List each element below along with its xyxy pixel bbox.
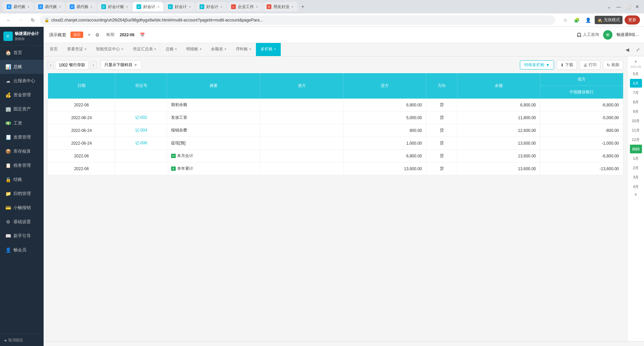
browser-tab-1[interactable]: 易 易代账 ×	[3, 2, 34, 11]
tab-2-close[interactable]: ×	[59, 5, 61, 9]
account-prev-button[interactable]: ‹	[48, 61, 54, 68]
sidebar-item-settings[interactable]: ⚙ 基础设置	[0, 215, 44, 229]
browser-tab-3[interactable]: 易 易代账 ×	[66, 2, 97, 11]
update-button[interactable]: 更新	[625, 15, 640, 24]
collapse-panel-button[interactable]: ◀	[623, 45, 632, 54]
reload-button[interactable]: ↻	[28, 15, 38, 25]
tab-balance[interactable]: 余额表 ×	[206, 43, 231, 56]
tab-6-close[interactable]: ×	[189, 5, 191, 9]
horizontal-scrollbar[interactable]	[44, 341, 644, 346]
settings-button[interactable]: ⚙	[95, 32, 100, 38]
close-window-button[interactable]: ✕	[633, 3, 641, 11]
browser-tab-9[interactable]: 友 用友好业 ×	[263, 2, 298, 11]
tab-4-close[interactable]: ×	[126, 5, 128, 9]
browser-tab-5[interactable]: 好 好会计 ×	[132, 2, 163, 11]
back-button[interactable]: ←	[4, 15, 13, 25]
cell-voucher-no[interactable]: 记-006	[115, 137, 167, 150]
cal-month-mar[interactable]: 3月	[630, 173, 642, 182]
tab-balance-label: 余额表	[211, 46, 223, 52]
tab-smart-voucher[interactable]: 智能凭证中心 ×	[91, 43, 128, 56]
tab-list-button[interactable]: ⌄	[605, 3, 613, 11]
cal-month-nov[interactable]: 11月	[630, 126, 642, 135]
url-bar[interactable]: 🔒 cloud2.chanjet.com/accounting/uh26t264…	[40, 15, 555, 25]
sidebar-item-fund[interactable]: 💰 资金管理	[0, 88, 44, 102]
sidebar-item-close-account[interactable]: 🔒 结账	[0, 172, 44, 187]
tab-voucher-summary[interactable]: 凭证汇总表 ×	[128, 43, 161, 56]
sidebar-item-member[interactable]: 👤 畅会员	[0, 243, 44, 257]
sidebar-item-guide[interactable]: 📖 新手引导	[0, 229, 44, 243]
browser-tab-8[interactable]: C 企业工作 ×	[227, 2, 262, 11]
cal-month-feb[interactable]: 2月	[630, 163, 642, 172]
sidebar-item-fixed-assets[interactable]: 🏢 固定资产	[0, 102, 44, 116]
cal-month-apr[interactable]: 4月	[630, 182, 642, 191]
sidebar-item-general-ledger[interactable]: 📊 总账	[0, 60, 44, 74]
tab-5-close[interactable]: ×	[157, 5, 159, 9]
tab-1-close[interactable]: ×	[28, 5, 30, 9]
minimize-button[interactable]: —	[614, 3, 623, 11]
cal-month-oct[interactable]: 10月	[630, 116, 642, 125]
account-selector[interactable]: 1002 银行存款	[55, 60, 89, 69]
tab-sequence-close[interactable]: ×	[249, 47, 251, 51]
bookmark-icon[interactable]: ☆	[560, 15, 570, 25]
refresh-button[interactable]: ↻ 刷新	[603, 60, 623, 69]
sidebar-item-home[interactable]: 🏠 首页	[0, 46, 44, 60]
tab-9-close[interactable]: ×	[291, 5, 293, 9]
tab-general-ledger-close[interactable]: ×	[175, 47, 177, 51]
tab-multi-column-close[interactable]: ×	[274, 47, 276, 51]
calendar-scroll-up[interactable]: ▲	[630, 58, 642, 64]
sidebar-item-archive[interactable]: 📁 归档管理	[0, 187, 44, 201]
incognito-button[interactable]: 🕵 无痕模式	[595, 16, 623, 24]
cal-month-jan[interactable]: 1月	[630, 154, 642, 163]
expand-panel-button[interactable]: ⤢	[633, 45, 643, 54]
sidebar-item-expense[interactable]: 💳 小畅报销	[0, 201, 44, 215]
tab-general-ledger[interactable]: 总账 ×	[161, 43, 182, 56]
cal-month-sep[interactable]: 9月	[630, 107, 642, 116]
sidebar-item-payroll[interactable]: 💵 工资	[0, 116, 44, 130]
calendar-icon[interactable]: 📅	[140, 33, 145, 37]
calendar-scroll-down[interactable]: ▼	[630, 191, 642, 198]
browser-tab-2[interactable]: 易 易代账 ×	[34, 2, 65, 11]
tab-3-close[interactable]: ×	[91, 5, 93, 9]
tab-smart-voucher-close[interactable]: ×	[121, 47, 123, 51]
filter-dropdown[interactable]: 只显示下级科目 ▼	[101, 60, 142, 69]
tab-voucher-view[interactable]: 查看凭证 ×	[62, 43, 91, 56]
browser-tab-7[interactable]: 好 好会计 ×	[196, 2, 226, 11]
tab-multi-column[interactable]: 多栏账 ×	[256, 43, 281, 56]
forward-button[interactable]: →	[16, 15, 25, 25]
special-columns-button[interactable]: 特殊多栏账 ▼	[520, 60, 554, 69]
browser-tab-6[interactable]: 好 好会计 ×	[164, 2, 195, 11]
print-button[interactable]: 🖨 打印	[580, 60, 600, 69]
sidebar-item-general-ledger-label: 总账	[13, 64, 22, 70]
tab-7-close[interactable]: ×	[220, 5, 222, 9]
sidebar-item-invoice[interactable]: 🧾 发票管理	[0, 130, 44, 144]
tab-voucher-view-close[interactable]: ×	[85, 47, 87, 51]
profile-icon[interactable]: 👤	[583, 15, 593, 25]
cal-month-aug[interactable]: 8月	[630, 98, 642, 106]
cal-month-may[interactable]: 5月	[630, 69, 642, 78]
tab-balance-close[interactable]: ×	[224, 47, 226, 51]
account-next-button[interactable]: ›	[90, 61, 96, 68]
cell-voucher-no[interactable]: 记-002	[115, 111, 167, 124]
unpin-button[interactable]: ◄ 取消固定	[3, 338, 40, 343]
cell-voucher-no[interactable]: 记-004	[115, 124, 167, 137]
cal-month-jul[interactable]: 7月	[630, 88, 642, 97]
extension-icon[interactable]: 🧩	[572, 15, 581, 25]
sidebar-item-inventory[interactable]: 📦 库存核算	[0, 144, 44, 158]
browser-tab-4[interactable]: 好 好会计账 ×	[97, 2, 132, 11]
user-avatar[interactable]: 畅	[603, 30, 612, 40]
tab-detail-ledger-close[interactable]: ×	[200, 47, 202, 51]
tab-detail-ledger[interactable]: 明细账 ×	[181, 43, 206, 56]
cal-month-dec[interactable]: 12月	[630, 135, 642, 144]
sidebar-item-cloud-report[interactable]: ☁ 云报表中心	[0, 74, 44, 88]
sidebar-item-tax[interactable]: 📋 税务管理	[0, 158, 44, 172]
tab-home[interactable]: 首页	[45, 43, 62, 56]
download-button[interactable]: ⬇ 下载	[557, 60, 577, 69]
consult-button[interactable]: 🎧 人工咨询	[577, 32, 599, 38]
tab-8-close[interactable]: ×	[256, 5, 258, 9]
tab-sequence[interactable]: 序时账 ×	[231, 43, 256, 56]
dropdown-arrow[interactable]: ▼	[87, 33, 91, 37]
tab-voucher-summary-close[interactable]: ×	[154, 47, 156, 51]
cal-month-jun[interactable]: 6月	[630, 79, 642, 88]
new-tab-button[interactable]: +	[298, 2, 308, 11]
maximize-button[interactable]: ⬜	[624, 3, 632, 11]
